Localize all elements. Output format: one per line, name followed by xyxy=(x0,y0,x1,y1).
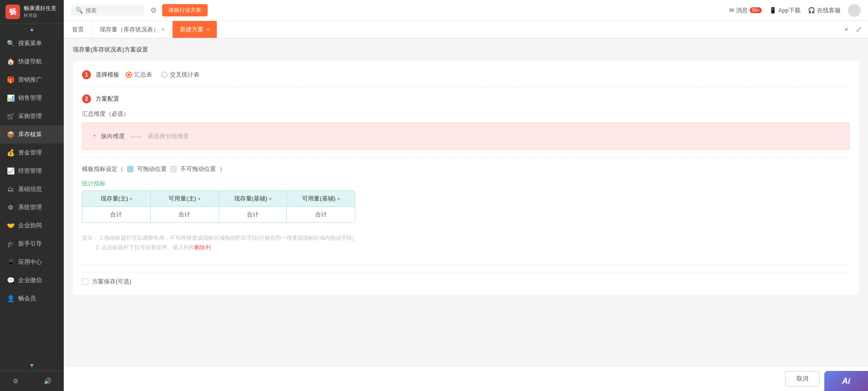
tip-title: 提示： 1.拖动标题栏可以调整布局，不可跨维度或指标区域拖动栏目字段(只能在同一… xyxy=(82,234,850,242)
stats-col-1[interactable]: 可用量(主) ▾ xyxy=(151,191,219,206)
main-area: 🔍 ⚙ 体验行业方案 ✉ 消息 99+ 📱 App下载 🎧 在线客服 xyxy=(64,0,868,391)
sidebar-item-purchase[interactable]: 🛒 采购管理 xyxy=(0,107,64,125)
indicator-settings-text: 模板指标设定（ xyxy=(82,165,123,173)
scheme-footer: 方案保存(可选) xyxy=(82,273,850,286)
step-divider xyxy=(82,87,850,87)
sidebar-item-search-menu[interactable]: 🔍 搜索菜单 xyxy=(0,34,64,52)
stats-cell-3: 合计 xyxy=(287,207,355,222)
sidebar-item-system[interactable]: ⚙ 系统管理 xyxy=(0,198,64,216)
logo-icon: 畅 xyxy=(5,5,20,19)
sidebar-item-new-guide[interactable]: 🎓 新手引导 xyxy=(0,235,64,253)
chevron-down-icon-2: ▾ xyxy=(269,196,271,201)
wechat-icon: 💬 xyxy=(6,276,15,284)
expand-window-icon[interactable]: ⤢ xyxy=(853,24,864,35)
search-box[interactable]: 🔍 xyxy=(71,5,145,15)
sidebar-item-label: 搜索菜单 xyxy=(18,39,42,47)
sidebar-nav: 🔍 搜索菜单 🏠 快捷导航 🎁 营销推广 📊 销售管理 🛒 采购管理 📦 库存核… xyxy=(0,34,64,360)
search-icon: 🔍 xyxy=(76,7,83,14)
member-icon: 👤 xyxy=(6,294,15,303)
stats-col-0[interactable]: 现存量(主) ▾ xyxy=(82,191,151,206)
step1-label: 选择模板 xyxy=(96,71,119,79)
dimension-area[interactable]: * 纵向维度 —— 请选择分组维度 xyxy=(82,123,850,150)
radio-summary-label: 汇总表 xyxy=(134,71,152,79)
tip-item-1: 2. 点击标题栏下拉可设置排序、插入列和删除列 xyxy=(82,243,850,252)
stats-col-2[interactable]: 现存量(基辅) ▾ xyxy=(219,191,287,206)
dimension-dash: —— xyxy=(130,133,142,140)
sales-icon: 📊 xyxy=(6,94,15,102)
marketing-icon: 🎁 xyxy=(6,76,15,84)
sidebar-item-wechat[interactable]: 💬 企业微信 xyxy=(0,271,64,289)
online-service-item[interactable]: 🎧 在线客服 xyxy=(808,6,841,15)
sidebar-item-operations[interactable]: 📈 经营管理 xyxy=(0,162,64,180)
sidebar-bottom: ⚙ 🔊 xyxy=(0,370,64,391)
required-mark: * xyxy=(93,133,96,140)
cancel-button[interactable]: 取消 xyxy=(785,371,820,386)
app-logo: 畅 畅康通好生意 标准版 xyxy=(0,0,64,24)
inventory-icon: 📦 xyxy=(6,130,15,139)
save-scheme-label[interactable]: 方案保存(可选) xyxy=(92,278,132,286)
stats-col-3[interactable]: 可用量(基辅) ▾ xyxy=(287,191,355,206)
tab-home-label: 首页 xyxy=(72,26,84,34)
summary-dimension-label: 汇总维度（必选） xyxy=(82,110,850,118)
sidebar-item-label: 企业协同 xyxy=(18,221,42,230)
user-avatar[interactable] xyxy=(848,4,861,17)
sidebar-item-member[interactable]: 👤 畅会员 xyxy=(0,289,64,308)
chevron-down-icon-1: ▾ xyxy=(198,196,200,201)
enterprise-icon: 🤝 xyxy=(6,221,15,230)
sidebar-item-enterprise[interactable]: 🤝 企业协同 xyxy=(0,216,64,235)
tab-inventory[interactable]: 现存量（库存状况表） × xyxy=(92,21,173,38)
tab-new-scheme[interactable]: 新建方案 × xyxy=(173,21,217,38)
sidebar-item-label: 新手引导 xyxy=(18,240,42,248)
scroll-down-arrow[interactable]: ▼ xyxy=(0,360,64,370)
volume-icon[interactable]: 🔊 xyxy=(41,375,54,387)
radio-summary[interactable]: 汇总表 xyxy=(126,71,152,79)
sidebar-item-marketing[interactable]: 🎁 营销推广 xyxy=(0,71,64,89)
ai-float-button[interactable]: Ai xyxy=(824,371,868,391)
tab-new-scheme-close-icon[interactable]: × xyxy=(206,26,209,33)
scroll-up-arrow[interactable]: ▲ xyxy=(0,24,64,34)
stats-cell-1: 合计 xyxy=(151,207,219,222)
tab-inventory-close-icon[interactable]: × xyxy=(162,26,165,33)
tips-title-text: 提示： xyxy=(82,235,98,241)
tip-item-0: 1.拖动标题栏可以调整布局，不可跨维度或指标区域拖动栏目字段(只能在同一维度或指… xyxy=(100,235,354,241)
content-area: 现存量(库存状况表)方案设置 1 选择模板 汇总表 交叉统计表 xyxy=(64,38,868,366)
stats-col-1-label: 可用量(主) xyxy=(168,195,196,203)
scheme-panel: 1 选择模板 汇总表 交叉统计表 2 方案 xyxy=(73,61,859,295)
tab-inventory-label: 现存量（库存状况表） xyxy=(100,26,159,34)
stats-col-2-label: 现存量(基辅) xyxy=(234,195,268,203)
stats-cell-0: 合计 xyxy=(82,207,151,222)
radio-summary-dot xyxy=(126,72,132,78)
movable-badge xyxy=(127,166,133,172)
sidebar-item-app-center[interactable]: 📱 应用中心 xyxy=(0,253,64,271)
purchase-icon: 🛒 xyxy=(6,112,15,120)
settings-icon[interactable]: ⚙ xyxy=(10,375,21,387)
app-download-item[interactable]: 📱 App下载 xyxy=(769,6,801,15)
sidebar-item-sales[interactable]: 📊 销售管理 xyxy=(0,89,64,107)
gear-icon[interactable]: ⚙ xyxy=(150,6,157,15)
download-icon: 📱 xyxy=(769,7,776,14)
experience-btn[interactable]: 体验行业方案 xyxy=(162,4,208,16)
fixed-badge xyxy=(170,166,177,172)
message-item[interactable]: ✉ 消息 99+ xyxy=(729,6,762,15)
quick-nav-icon: 🏠 xyxy=(6,57,15,66)
tab-home[interactable]: 首页 xyxy=(64,21,92,38)
template-radio-group: 汇总表 交叉统计表 xyxy=(126,71,199,79)
sidebar-item-quick-nav[interactable]: 🏠 快捷导航 xyxy=(0,52,64,71)
stats-cell-2: 合计 xyxy=(219,207,287,222)
tabs-bar: 首页 现存量（库存状况表） × 新建方案 × × ⤢ xyxy=(64,21,868,38)
sidebar-item-basic-info[interactable]: 🗂 基础信息 xyxy=(0,180,64,198)
tip-item-1-content: 2. 点击标题栏下拉可设置排序、插入列和删除列 xyxy=(96,244,211,251)
radio-cross[interactable]: 交叉统计表 xyxy=(161,71,199,79)
search-input[interactable] xyxy=(86,7,140,14)
sidebar-item-finance[interactable]: 💰 资金管理 xyxy=(0,144,64,162)
topbar-left: 🔍 ⚙ 体验行业方案 xyxy=(71,4,208,16)
highlight-delete: 删除列 xyxy=(194,244,211,251)
close-window-icon[interactable]: × xyxy=(842,25,851,35)
sidebar-item-inventory[interactable]: 📦 库存核算 xyxy=(0,125,64,144)
save-scheme-checkbox[interactable] xyxy=(82,278,88,285)
step2-config: 2 方案配置 汇总维度（必选） * 纵向维度 —— 请选择分组维度 模板指标设定… xyxy=(82,94,850,257)
app-edition: 标准版 xyxy=(24,12,56,19)
sidebar-item-label: 资金管理 xyxy=(18,149,42,157)
headset-icon: 🎧 xyxy=(808,7,815,14)
sidebar-item-label: 销售管理 xyxy=(18,94,42,102)
